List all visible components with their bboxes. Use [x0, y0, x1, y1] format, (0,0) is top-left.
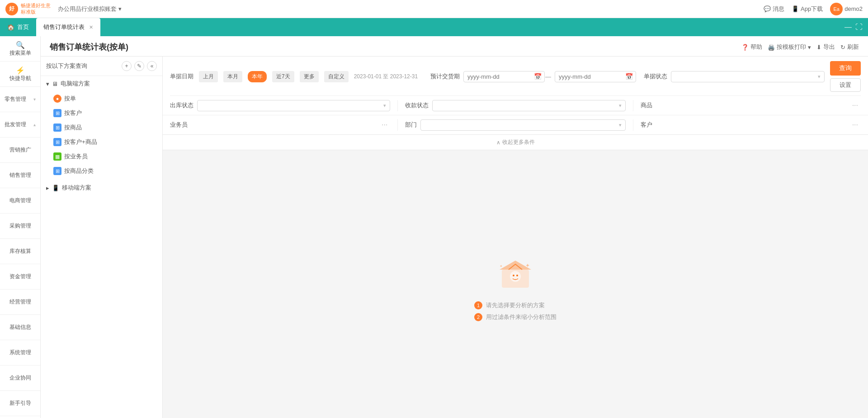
- app-selector[interactable]: 办公用品行业模拟账套 ▾: [54, 3, 125, 15]
- pc-icon: 🖥: [52, 81, 58, 87]
- user-menu[interactable]: Ea demo2: [830, 3, 863, 15]
- print-button[interactable]: 🖨️ 按模板打印 ▾: [768, 43, 811, 51]
- download-icon: 📱: [792, 5, 799, 12]
- svg-text:✦: ✦: [500, 264, 503, 268]
- export-button[interactable]: ⬇ 导出: [816, 43, 835, 51]
- logo-text: 畅捷通好生意 标准版: [21, 3, 51, 14]
- add-scheme-button[interactable]: +: [122, 61, 132, 71]
- empty-state: ✦ ✦ 1 请先选择要分析的方案 2 用过滤条件来缩小分析范围: [163, 150, 868, 418]
- sidebar-item-inventory[interactable]: 库存核算: [0, 239, 40, 264]
- order-status-label: 单据状态: [644, 72, 667, 81]
- query-buttons: 查询 设置: [830, 61, 861, 92]
- split-layout: 按以下方案查询 + ✎ « ▾ 🖥 电脑端方案 ● 按单: [41, 57, 868, 418]
- app-download-button[interactable]: 📱 App下载: [792, 5, 823, 13]
- chevron-down-icon: ▾: [383, 103, 386, 109]
- tree-item-by-customer-product[interactable]: ⊞ 按客户+商品: [41, 135, 162, 149]
- query-button[interactable]: 查询: [830, 61, 861, 76]
- tree-item-by-product-category[interactable]: ⊞ 按商品分类: [41, 164, 162, 178]
- tree-item-by-product[interactable]: ⊞ 按商品: [41, 120, 162, 135]
- topbar-left: 好 畅捷通好生意 标准版 办公用品行业模拟账套 ▾: [5, 3, 125, 15]
- date-btn-this-year[interactable]: 本年: [248, 71, 267, 82]
- chevron-down-icon: ▾: [619, 103, 622, 109]
- sidebar-item-search[interactable]: 🔍 搜索菜单: [0, 36, 40, 62]
- edit-scheme-button[interactable]: ✎: [134, 61, 144, 71]
- sidebar-item-sales[interactable]: 销售管理: [0, 163, 40, 188]
- tree-item-by-customer[interactable]: ⊞ 按客户: [41, 106, 162, 120]
- date-btn-last-month[interactable]: 上月: [199, 71, 218, 82]
- date-range-display: 2023-01-01 至 2023-12-31: [354, 73, 418, 81]
- sidebar-item-wholesale[interactable]: 批发管理 ▴: [0, 112, 40, 138]
- sidebar-item-quick-nav[interactable]: ⚡ 快捷导航: [0, 62, 40, 87]
- sidebar-item-marketing[interactable]: 营销推广: [0, 138, 40, 163]
- topbar: 好 畅捷通好生意 标准版 办公用品行业模拟账套 ▾ 💬 消息 📱 App下载 E…: [0, 0, 868, 18]
- delivery-date-start[interactable]: [463, 71, 545, 82]
- sidebar-item-operations[interactable]: 经营管理: [0, 290, 40, 315]
- tip-num-2: 2: [474, 313, 482, 321]
- tab-home[interactable]: 🏠 首页: [0, 18, 36, 36]
- product-label: 商品: [641, 101, 652, 109]
- sidebar-item-app-center[interactable]: 应用中心: [0, 416, 40, 418]
- tip-num-1: 1: [474, 301, 482, 309]
- chevron-right-icon: ▸: [46, 185, 49, 191]
- sidebar-item-system[interactable]: 系统管理: [0, 340, 40, 366]
- sidebar-item-newbie[interactable]: 新手引导: [0, 391, 40, 416]
- tree-mobile-group[interactable]: ▸ 📱 移动端方案: [41, 180, 162, 195]
- order-status-select[interactable]: ▾: [671, 71, 825, 82]
- tree-item-by-order[interactable]: ● 按单: [41, 91, 162, 106]
- delivery-date-end[interactable]: [555, 71, 636, 82]
- maximize-icon[interactable]: ⛶: [855, 23, 863, 31]
- export-icon: ⬇: [816, 44, 821, 51]
- right-content: 单据日期 上月 本月 本年 近7天 更多 自定义 2023-01-01 至 20…: [163, 57, 868, 418]
- customer-label: 客户: [641, 121, 652, 129]
- sidebar-item-finance[interactable]: 资金管理: [0, 264, 40, 290]
- customer-more-button[interactable]: ···: [849, 119, 861, 131]
- message-button[interactable]: 💬 消息: [764, 5, 784, 13]
- empty-tip-1: 1 请先选择要分析的方案: [474, 301, 557, 309]
- tree-item-by-salesperson[interactable]: ▦ 按业务员: [41, 149, 162, 164]
- svg-point-3: [516, 275, 518, 276]
- salesperson-more-button[interactable]: ···: [379, 119, 390, 131]
- salesperson-icon: ▦: [53, 152, 61, 161]
- tabbar: 🏠 首页 销售订单统计表 ✕ — ⛶: [0, 18, 868, 36]
- sidebar-item-basics[interactable]: 基础信息: [0, 315, 40, 340]
- collapse-panel-button[interactable]: «: [147, 61, 157, 71]
- payment-status-select[interactable]: ▾: [432, 100, 625, 111]
- left-panel-actions: + ✎ «: [122, 61, 157, 71]
- sidebar-item-enterprise[interactable]: 企业协同: [0, 366, 40, 391]
- department-select[interactable]: ▾: [420, 119, 625, 131]
- help-button[interactable]: ❓ 帮助: [741, 43, 762, 51]
- tab-sales-stat[interactable]: 销售订单统计表 ✕: [36, 18, 100, 36]
- content: 销售订单统计表(按单) ❓ 帮助 🖨️ 按模板打印 ▾ ⬇ 导出 ↻ 刷新: [41, 36, 868, 418]
- date-btn-more[interactable]: 更多: [300, 71, 319, 82]
- sidebar: 🔍 搜索菜单 ⚡ 快捷导航 零售管理 ▾ 批发管理 ▴ 营销推广 销售管理 电商…: [0, 36, 41, 418]
- date-filter-label: 单据日期: [170, 72, 193, 81]
- date-btn-this-month[interactable]: 本月: [223, 71, 242, 82]
- left-panel-header: 按以下方案查询 + ✎ «: [41, 57, 162, 76]
- search-icon: 🔍: [16, 41, 25, 49]
- chevron-up-icon: ▴: [33, 122, 36, 127]
- tab-close-icon[interactable]: ✕: [89, 24, 93, 30]
- minimize-icon[interactable]: —: [844, 23, 852, 31]
- sidebar-item-ecommerce[interactable]: 电商管理: [0, 188, 40, 214]
- logo-icon: 好: [5, 3, 18, 15]
- chevron-down-icon: ▾: [818, 74, 821, 80]
- page-actions: ❓ 帮助 🖨️ 按模板打印 ▾ ⬇ 导出 ↻ 刷新: [741, 43, 859, 51]
- help-icon: ❓: [741, 44, 749, 51]
- sidebar-item-retail[interactable]: 零售管理 ▾: [0, 87, 40, 112]
- date-btn-custom[interactable]: 自定义: [324, 71, 349, 82]
- date-dash: —: [545, 73, 551, 80]
- refresh-button[interactable]: ↻ 刷新: [840, 43, 859, 51]
- empty-tips: 1 请先选择要分析的方案 2 用过滤条件来缩小分析范围: [474, 301, 557, 321]
- tree-pc-group[interactable]: ▾ 🖥 电脑端方案: [41, 76, 162, 91]
- chevron-down-icon: ▾: [46, 81, 49, 87]
- print-icon: 🖨️: [768, 44, 775, 51]
- settings-button[interactable]: 设置: [830, 78, 861, 92]
- chevron-down-icon: ▾: [619, 122, 622, 128]
- department-label: 部门: [405, 121, 417, 129]
- sidebar-item-purchase[interactable]: 采购管理: [0, 214, 40, 239]
- product-more-button[interactable]: ···: [849, 100, 861, 111]
- delivery-status-select[interactable]: ▾: [197, 100, 390, 111]
- collapse-bar[interactable]: ∧ 收起更多条件: [163, 135, 868, 150]
- collapse-button[interactable]: ∧ 收起更多条件: [496, 138, 535, 146]
- date-btn-7days[interactable]: 近7天: [272, 71, 294, 82]
